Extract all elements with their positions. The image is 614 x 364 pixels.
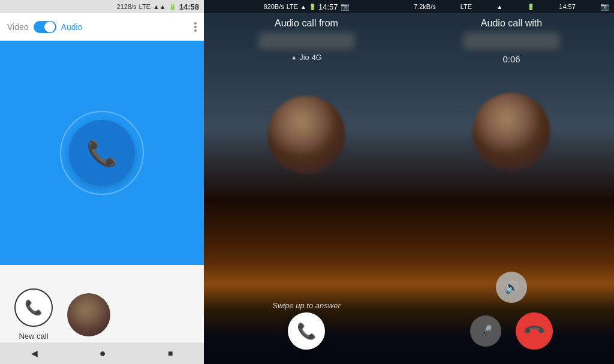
left-signal-icon: ▲▲ (153, 3, 166, 10)
right-network: LTE (460, 3, 472, 10)
home-button[interactable]: ● (100, 347, 106, 360)
swipe-to-answer-label: Swipe up to answer (272, 301, 340, 310)
phone-circle-outer: 📞 (60, 111, 144, 195)
answer-phone-icon: 📞 (297, 322, 316, 341)
right-status-bar: 7.2kB/s LTE ▲ 🔋 14:57 📷 (409, 0, 614, 13)
phone-icon: 📞 (86, 139, 118, 168)
new-call-circle: 📞 (14, 288, 53, 327)
middle-network: LTE (287, 3, 298, 10)
audio-video-toggle[interactable] (34, 21, 56, 33)
left-toolbar: Video Audio (0, 13, 204, 41)
right-call-type: Audio call with (481, 18, 542, 29)
left-call-area: 📞 (0, 41, 204, 265)
middle-battery-icon: 🔋 (309, 4, 316, 10)
answer-button[interactable]: 📞 (288, 312, 325, 350)
end-call-button[interactable]: 📞 (516, 312, 553, 350)
middle-camera-icon: 📷 (341, 2, 350, 11)
middle-contact-avatar (267, 96, 345, 174)
left-panel: 2128/s LTE ▲▲ 🔋 14:58 Video Audio 📞 (0, 0, 204, 364)
call-duration: 0:06 (502, 54, 520, 64)
right-time: 14:57 (559, 3, 576, 10)
speaker-button-row: 🔊 (496, 272, 527, 303)
middle-signal-icon: ▲ (300, 4, 306, 10)
middle-panel: 820B/s LTE ▲ 🔋 14:57 📷 Audio call from ▲… (204, 0, 409, 364)
middle-call-info: Audio call from ▲ Jio 4G (204, 18, 409, 62)
mute-icon: 🎤 (479, 324, 492, 338)
right-battery-icon: 🔋 (527, 4, 534, 10)
recents-button[interactable]: ■ (168, 348, 173, 358)
right-avatar-container (472, 93, 550, 171)
right-panel: 7.2kB/s LTE ▲ 🔋 14:57 📷 Audio call with … (409, 0, 614, 364)
toggle-knob (44, 22, 55, 32)
left-nav-bar: ◀ ● ■ (0, 342, 204, 364)
speaker-button[interactable]: 🔊 (496, 272, 527, 303)
right-data-speed: 7.2kB/s (414, 3, 436, 10)
middle-network-info: ▲ Jio 4G (291, 53, 321, 62)
phone-circle-inner[interactable]: 📞 (69, 120, 135, 186)
end-call-icon: 📞 (522, 318, 546, 343)
right-camera-icon: 📷 (600, 2, 609, 11)
audio-label: Audio (61, 22, 83, 32)
new-call-phone-icon: 📞 (25, 299, 43, 316)
right-call-info: Audio call with 0:06 (409, 18, 614, 64)
middle-status-bar: 820B/s LTE ▲ 🔋 14:57 📷 (204, 0, 409, 13)
left-status-bar: 2128/s LTE ▲▲ 🔋 14:58 (0, 0, 204, 13)
back-button[interactable]: ◀ (31, 348, 38, 358)
middle-avatar-container (267, 96, 345, 174)
more-options-button[interactable] (194, 22, 197, 32)
middle-time: 14:57 (318, 2, 338, 11)
right-contact-avatar (472, 93, 550, 171)
signal-triangle-icon: ▲ (291, 54, 297, 61)
left-network: LTE (139, 3, 151, 10)
middle-caller-name-blurred (258, 32, 354, 49)
contact-avatar[interactable] (67, 293, 110, 336)
right-signal-icon: ▲ (496, 4, 502, 10)
right-caller-name-blurred (463, 32, 559, 49)
call-actions-container: 🔊 🎤 📞 (409, 272, 614, 350)
video-label: Video (7, 22, 29, 32)
new-call-label: New call (19, 332, 48, 341)
left-battery-icon: 🔋 (168, 3, 177, 11)
speaker-icon: 🔊 (504, 280, 519, 294)
middle-call-type: Audio call from (275, 18, 338, 29)
left-data-speed: 2128/s (117, 3, 137, 10)
middle-data-speed: 820B/s (263, 3, 284, 10)
bottom-action-buttons: 🎤 📞 (470, 312, 553, 350)
mute-button[interactable]: 🎤 (470, 315, 501, 347)
left-time: 14:58 (179, 2, 199, 11)
new-call-button[interactable]: 📞 New call (14, 288, 53, 341)
answer-button-container: 📞 (288, 312, 325, 350)
